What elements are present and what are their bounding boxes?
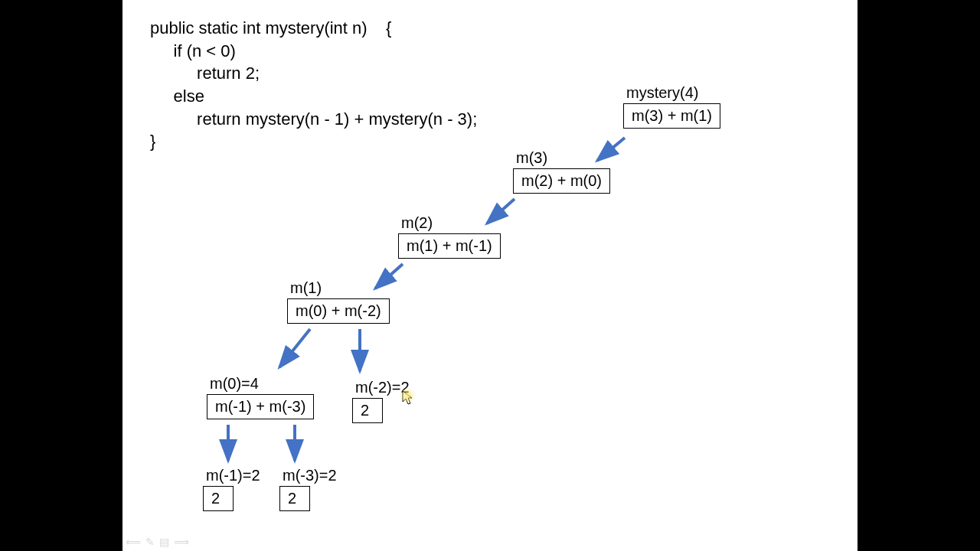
node-label: m(2) <box>398 214 501 232</box>
node-label: m(-1)=2 <box>203 467 260 484</box>
node-mystery4: mystery(4) m(3) + m(1) <box>623 84 720 129</box>
node-box: m(1) + m(-1) <box>398 233 501 259</box>
menu-icon[interactable]: ▤ <box>159 536 169 548</box>
presenter-nav-icons[interactable]: ⟸ ✎ ▤ ⟹ <box>126 536 189 548</box>
node-box: 2 <box>203 486 234 511</box>
node-m1: m(1) m(0) + m(-2) <box>287 279 390 324</box>
code-block: public static int mystery(int n) { if (n… <box>150 17 477 153</box>
node-label: m(1) <box>287 279 390 297</box>
code-line: return mystery(n - 1) + mystery(n - 3); <box>150 108 477 131</box>
node-m3: m(3) m(2) + m(0) <box>513 149 610 194</box>
node-box: 2 <box>279 486 310 511</box>
node-label: m(0)=4 <box>207 375 314 393</box>
prev-slide-icon[interactable]: ⟸ <box>126 536 141 548</box>
next-slide-icon[interactable]: ⟹ <box>174 536 189 548</box>
node-label: mystery(4) <box>623 84 720 102</box>
node-m2: m(2) m(1) + m(-1) <box>398 214 501 259</box>
code-line: if (n < 0) <box>150 40 477 63</box>
code-line: public static int mystery(int n) { <box>150 17 477 40</box>
node-box: m(3) + m(1) <box>623 103 720 129</box>
svg-line-3 <box>279 329 310 367</box>
node-box: 2 <box>352 398 383 423</box>
code-line: } <box>150 130 477 153</box>
node-m-neg3: m(-3)=2 2 <box>279 467 337 511</box>
node-m-neg2: m(-2)=2 2 <box>352 379 410 423</box>
node-m-neg1: m(-1)=2 2 <box>203 467 260 511</box>
node-label: m(-3)=2 <box>279 467 337 484</box>
node-box: m(-1) + m(-3) <box>207 394 314 419</box>
pen-icon[interactable]: ✎ <box>145 536 155 548</box>
node-label: m(3) <box>513 149 610 167</box>
code-line: return 2; <box>150 62 477 85</box>
code-line: else <box>150 85 477 108</box>
node-label: m(-2)=2 <box>352 379 410 396</box>
node-box: m(2) + m(0) <box>513 168 610 194</box>
slide-canvas: public static int mystery(int n) { if (n… <box>122 0 858 551</box>
node-box: m(0) + m(-2) <box>287 298 390 324</box>
node-m0: m(0)=4 m(-1) + m(-3) <box>207 375 314 419</box>
